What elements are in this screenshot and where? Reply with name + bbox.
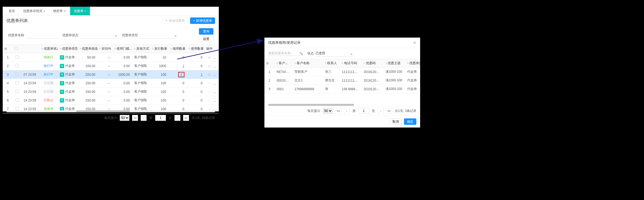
tab-销货单[interactable]: 销货单× [49,7,69,15]
table-row[interactable]: 3 07 23:59 执行中 代代金券 200.00 -- 1000.00 客户… [3,70,219,79]
status-badge: 已终止 [44,98,53,103]
ok-button[interactable]: 确定 [404,118,416,125]
filter-type-label: 优惠券类型 [122,33,138,38]
filter-bar: 优惠券名称 优惠券状态 优惠券类型 查询 设置 [3,26,219,44]
pager-next-button[interactable]: › [174,115,180,121]
table-row[interactable]: 2 00010001 北京1 唐先生 11111111111 201912007… [264,76,420,85]
coupon-table: 优惠券状态 优惠券类型 优惠券面值 折扣% 使用门槛... 发放方式 发行数量 … [3,44,219,110]
share-icon[interactable]: ☆ [208,55,211,60]
settings-button[interactable]: 设置 [199,36,213,42]
horizontal-scrollbar[interactable] [76,110,130,112]
table-row[interactable]: 6 14 23:59 已终止 代代金券 150.00 -- 0.00 客户领取 … [3,96,219,105]
qrcode-icon[interactable]: ⊞ [214,98,217,103]
modal-title: 优惠券领用/使用记录 [268,40,301,45]
share-icon[interactable]: ☆ [208,98,211,103]
share-icon[interactable]: ☆ [208,64,211,68]
status-badge: 执行中 [44,72,53,77]
pager-prev-button[interactable]: ‹ [344,108,350,114]
usage-table: 客户... 客户名称 联系人 电话号码 优惠码 优惠主题 优惠券类 1 RETA… [264,59,420,93]
close-icon[interactable]: × [85,7,86,15]
chevron-down-icon [350,51,353,56]
page-header: 优惠券列表 ⇪ 发放优惠券 + 新增优惠券 [3,15,219,26]
coupon-type-badge: 代 [60,72,64,77]
modal-status-label: 状态 [307,51,314,56]
page-input[interactable] [155,115,166,121]
distribute-button[interactable]: ⇪ 发放优惠券 [162,17,188,24]
cancel-button[interactable]: 取消 [390,118,402,125]
table-row[interactable]: 1 待执行 代代金券 50.00 -- 0.00 客户领取 10 0 0 ☆ ⊞ [3,53,219,62]
pager-first-button[interactable]: ⏮ [335,108,341,114]
share-icon[interactable]: ☆ [208,72,211,77]
modal-pager: 每页显示 50 ⏮ ‹ 第 页 › ⏭ 共1页, 3条记录 [264,106,420,115]
status-badge: 已过期 [44,81,53,85]
row-checkbox[interactable] [16,72,19,76]
modal-page-size-select[interactable]: 50 [323,108,333,114]
search-button[interactable]: 查询 [199,28,213,35]
select-all-checkbox[interactable] [14,47,18,50]
gear-icon[interactable] [4,47,7,51]
filter-status-label: 优惠券状态 [62,33,78,38]
qrcode-icon[interactable]: ⊞ [214,72,217,77]
status-badge: 已过期 [44,89,53,94]
receive-count-link[interactable]: 3 [178,72,184,77]
tab-优惠券详情页[interactable]: 优惠券详情页× [19,7,49,15]
coupon-type-badge: 代 [60,64,64,68]
row-checkbox[interactable] [16,98,19,101]
modal-status-select[interactable]: 已使用 [315,50,353,57]
qrcode-icon[interactable]: ⊞ [214,64,217,68]
table-row[interactable]: 5 14 23:59 已过期 代代金券 150.00 -- 0.00 客户领取 … [3,88,219,96]
chevron-down-icon [114,32,118,38]
receive-count-link[interactable]: 1 [183,64,184,68]
share-icon[interactable]: ☆ [208,107,211,111]
pager-first-button[interactable]: ⏮ [132,115,138,121]
qrcode-icon[interactable]: ⊞ [214,55,217,60]
coupon-name-input[interactable] [26,32,58,38]
coupon-type-badge: 代 [60,98,64,103]
coupon-type-badge: 代 [60,81,64,85]
qrcode-icon[interactable]: ⊞ [214,81,217,85]
status-badge: 待发布 [44,107,53,110]
modal-search[interactable]: 搜索优惠券名称 [268,51,303,56]
pager-prev-button[interactable]: ‹ [141,115,147,121]
filter-name-label: 优惠券名称 [8,33,24,38]
pager-last-button[interactable]: ⏭ [386,108,392,114]
pager-next-button[interactable]: › [378,108,384,114]
tab-优惠券[interactable]: 优惠券× [70,7,90,15]
gear-icon[interactable] [266,61,269,65]
coupon-type-badge: 代 [60,90,64,94]
share-icon: ⇪ [165,19,168,23]
coupon-status-select[interactable] [80,32,118,38]
share-icon[interactable]: ☆ [208,90,211,94]
horizontal-scrollbar[interactable] [268,104,354,106]
status-badge: 执行中 [44,64,53,68]
close-icon[interactable]: × [43,7,45,15]
use-count-link[interactable]: 1 [201,73,202,77]
row-checkbox[interactable] [16,90,19,93]
page-title: 优惠券列表 [6,18,28,24]
page-size-select[interactable]: 50 [120,115,129,121]
qrcode-icon[interactable]: ⊞ [214,90,217,94]
qrcode-icon[interactable]: ⊞ [214,107,217,111]
table-row[interactable]: 4 14 23:59 已过期 代代金券 150.00 -- 0.00 客户领取 … [3,79,219,88]
table-row[interactable]: 2 执行中 代代金券 100.00 -- 0.00 客户领取 1000 1 0 … [3,62,219,70]
coupon-list-page: 首页优惠券详情页×销货单×优惠券× 优惠券列表 ⇪ 发放优惠券 + 新增优惠券 … [3,7,219,111]
row-checkbox[interactable] [16,107,19,110]
close-icon[interactable]: ✕ [413,41,416,45]
share-icon[interactable]: ☆ [208,81,211,85]
row-checkbox[interactable] [16,64,19,67]
table-row[interactable]: 7 14 23:59 待发布 代代金券 150.00 -- 0.00 客户领取 … [3,105,219,111]
coupon-type-select[interactable] [140,32,177,38]
modal-page-input[interactable] [358,108,369,114]
tab-首页[interactable]: 首页 [5,7,19,15]
row-checkbox[interactable] [16,81,19,84]
pager-last-button[interactable]: ⏭ [183,115,189,121]
table-row[interactable]: 3 0001 17666666666 张 156 6666 ... 201912… [264,85,420,93]
tab-bar: 首页优惠券详情页×销货单×优惠券× [3,7,219,15]
coupon-type-badge: 代 [60,55,64,60]
table-row[interactable]: 1 RETAIL... 零散客户 张三 11111111111 20191200… [264,68,420,76]
close-icon[interactable]: × [64,7,66,15]
row-checkbox[interactable] [16,55,19,59]
coupon-type-badge: 代 [60,107,64,110]
chevron-down-icon [174,32,177,38]
create-coupon-button[interactable]: + 新增优惠券 [190,17,215,24]
